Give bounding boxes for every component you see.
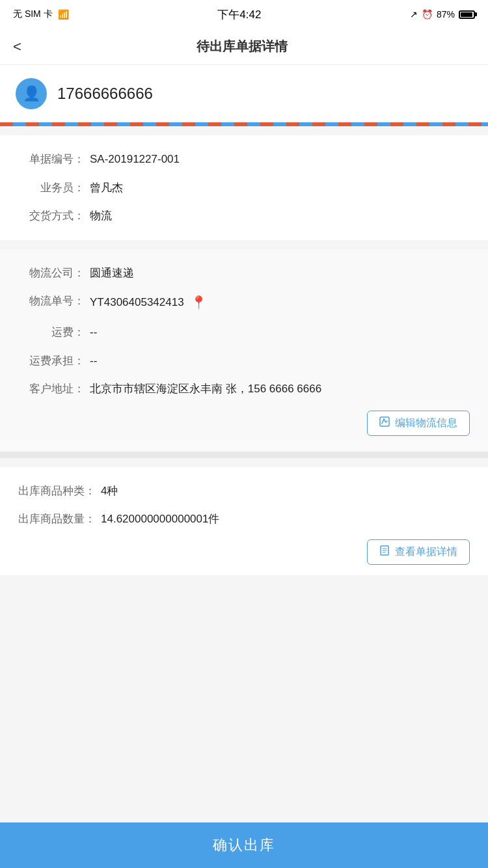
product-stats-section: 出库商品种类： 4种 出库商品数量： 14.620000000000001件 查… xyxy=(0,467,488,575)
location-service-icon: ↗ xyxy=(410,9,418,20)
status-time: 下午4:42 xyxy=(217,7,261,22)
freight-row: 运费： -- xyxy=(18,324,470,341)
customer-avatar: 👤 xyxy=(16,78,47,109)
salesperson-row: 业务员： 曾凡杰 xyxy=(18,180,470,197)
tracking-number-text: YT43064053424​13 xyxy=(90,294,184,311)
logistics-card: 物流公司： 圆通速递 物流单号： YT43064053424​13 📍 运费： … xyxy=(0,249,488,452)
customer-header: 👤 17666666666 xyxy=(0,65,488,122)
product-quantity-label: 出库商品数量： xyxy=(18,511,101,528)
map-pin-icon[interactable]: 📍 xyxy=(191,293,207,312)
empty-area xyxy=(0,575,488,705)
edit-logistics-label: 编辑物流信息 xyxy=(395,416,457,430)
product-quantity-row: 出库商品数量： 14.620000000000001件 xyxy=(18,511,470,528)
status-right: ↗ ⏰ 87% xyxy=(410,9,475,20)
tracking-number-value: YT43064053424​13 📍 xyxy=(90,293,470,312)
freight-bearer-row: 运费承担： -- xyxy=(18,353,470,370)
document-icon xyxy=(379,545,390,558)
svg-rect-0 xyxy=(380,417,389,426)
status-left: 无 SIM 卡 📶 xyxy=(13,8,69,20)
back-button[interactable]: < xyxy=(13,34,29,59)
view-detail-label: 查看单据详情 xyxy=(395,545,457,559)
battery-icon xyxy=(459,10,475,19)
battery-text: 87% xyxy=(437,9,455,20)
tracking-number-row: 物流单号： YT43064053424​13 📍 xyxy=(18,293,470,312)
freight-bearer-label: 运费承担： xyxy=(18,353,90,370)
freight-bearer-value: -- xyxy=(90,353,470,370)
freight-label: 运费： xyxy=(18,324,90,341)
salesperson-label: 业务员： xyxy=(18,180,90,197)
status-bar: 无 SIM 卡 📶 下午4:42 ↗ ⏰ 87% xyxy=(0,0,488,29)
order-number-row: 单据编号： SA-20191227-001 xyxy=(18,151,470,168)
order-info-section: 单据编号： SA-20191227-001 业务员： 曾凡杰 交货方式： 物流 xyxy=(0,135,488,240)
dashed-divider xyxy=(0,122,488,126)
page-title: 待出库单据详情 xyxy=(29,38,455,55)
alarm-icon: ⏰ xyxy=(422,9,433,20)
delivery-method-row: 交货方式： 物流 xyxy=(18,208,470,224)
confirm-button-label: 确认出库 xyxy=(213,835,275,855)
product-category-row: 出库商品种类： 4种 xyxy=(18,483,470,500)
edit-logistics-container: 编辑物流信息 xyxy=(18,411,470,436)
product-category-label: 出库商品种类： xyxy=(18,483,101,500)
address-value: 北京市市辖区海淀区永丰南 张，156 6666 6666 xyxy=(90,381,470,398)
logistics-company-value: 圆通速递 xyxy=(90,265,470,282)
view-detail-button[interactable]: 查看单据详情 xyxy=(367,539,470,565)
carrier-text: 无 SIM 卡 xyxy=(13,8,53,20)
edit-logistics-button[interactable]: 编辑物流信息 xyxy=(367,411,470,436)
freight-value: -- xyxy=(90,324,470,341)
edit-icon xyxy=(379,416,390,429)
nav-bar: < 待出库单据详情 xyxy=(0,29,488,65)
delivery-method-label: 交货方式： xyxy=(18,208,90,224)
logistics-company-label: 物流公司： xyxy=(18,265,90,282)
address-row: 客户地址： 北京市市辖区海淀区永丰南 张，156 6666 6666 xyxy=(18,381,470,398)
order-number-label: 单据编号： xyxy=(18,151,90,168)
salesperson-value: 曾凡杰 xyxy=(90,180,470,197)
avatar-icon: 👤 xyxy=(23,85,40,102)
address-label: 客户地址： xyxy=(18,381,90,398)
tracking-number-label: 物流单号： xyxy=(18,293,90,310)
wifi-icon: 📶 xyxy=(58,9,69,20)
logistics-company-row: 物流公司： 圆通速递 xyxy=(18,265,470,282)
product-quantity-value: 14.620000000000001件 xyxy=(101,511,470,528)
delivery-method-value: 物流 xyxy=(90,208,470,224)
confirm-button[interactable]: 确认出库 xyxy=(0,822,488,868)
product-category-value: 4种 xyxy=(101,483,470,500)
view-detail-container: 查看单据详情 xyxy=(18,539,470,565)
customer-phone: 17666666666 xyxy=(57,85,153,103)
section-divider xyxy=(0,452,488,458)
order-number-value: SA-20191227-001 xyxy=(90,151,470,168)
